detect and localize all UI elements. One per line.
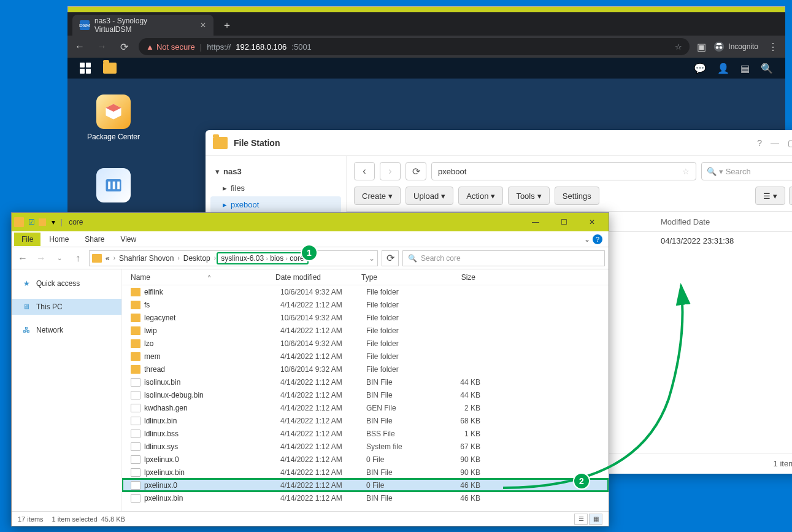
search-input[interactable]: 🔍 Search core (402, 250, 605, 266)
browser-tab[interactable]: DSM nas3 - Synology VirtualDSM ✕ (72, 15, 213, 36)
qat-dropdown-icon[interactable]: ▾ (48, 217, 58, 227)
omnibox[interactable]: ▲ Not secure | https://192.168.0.106:500… (139, 38, 690, 55)
list-item[interactable]: lzo10/6/2014 9:32 AMFile folder (122, 337, 609, 350)
path-refresh-button[interactable]: ⟳ (406, 162, 426, 180)
list-item[interactable]: mem4/14/2022 1:12 AMFile folder (122, 350, 609, 363)
star-icon[interactable]: ☆ (682, 167, 690, 176)
crumb-dropdown-icon[interactable]: ⌄ (369, 254, 375, 263)
tools-button[interactable]: Tools ▾ (508, 187, 549, 205)
col-date[interactable]: Date modified (275, 273, 361, 282)
tree-item-files[interactable]: ▸ files (210, 180, 341, 196)
svg-point-1 (716, 46, 719, 49)
desktop-icon-control[interactable] (86, 168, 141, 202)
path-input[interactable]: pxeboot☆ (431, 162, 696, 180)
close-icon[interactable]: ✕ (578, 213, 606, 231)
list-item[interactable]: lwip4/14/2022 1:12 AMFile folder (122, 324, 609, 337)
qat-icon[interactable]: ☑ (26, 217, 36, 227)
back-icon[interactable]: ← (72, 41, 87, 52)
col-type[interactable]: Type (361, 273, 435, 282)
sidebar-network[interactable]: 🖧Network (12, 322, 121, 338)
list-item[interactable]: ldlinux.bin4/14/2022 1:12 AMBIN File68 K… (122, 414, 609, 427)
list-item[interactable]: thread10/6/2014 9:32 AMFile folder (122, 363, 609, 376)
list-item[interactable]: pxelinux.bin4/14/2022 1:12 AMBIN File46 … (122, 492, 609, 504)
list-item[interactable]: lpxelinux.04/14/2022 1:12 AM0 File90 KB (122, 453, 609, 466)
tab-view[interactable]: View (113, 233, 144, 246)
minimize-icon[interactable]: — (771, 138, 779, 148)
list-item[interactable]: kwdhash.gen4/14/2022 1:12 AMGEN File2 KB (122, 401, 609, 414)
file-list: elflink10/6/2014 9:32 AMFile folderfs4/1… (122, 285, 609, 511)
list-item[interactable]: isolinux-debug.bin4/14/2022 1:12 AMBIN F… (122, 388, 609, 401)
panel-icon[interactable]: ▣ (697, 41, 706, 53)
menu-icon[interactable]: ⋮ (766, 41, 780, 53)
chevron-down-icon[interactable]: ⌄ (584, 235, 590, 244)
upload-button[interactable]: Upload ▾ (406, 187, 453, 205)
crumb-highlighted[interactable]: syslinux-6.03 › bios › core (217, 253, 307, 264)
crumb-desktop[interactable]: Desktop (181, 253, 213, 264)
sort-button[interactable]: ⇅ (789, 187, 792, 205)
incognito-label: Incognito (728, 42, 758, 51)
tree-root[interactable]: ▾ nas3 (210, 163, 341, 180)
folder-icon (92, 254, 102, 263)
app-launcher-icon[interactable] (80, 63, 91, 74)
view-list-button[interactable]: ☰ ▾ (755, 187, 785, 205)
status-selected: 1 item selected 45.8 KB (52, 515, 125, 523)
maximize-icon[interactable]: ☐ (550, 213, 578, 231)
sidebar-quick-access[interactable]: ★Quick access (12, 276, 121, 291)
breadcrumb[interactable]: «› Shahriar Shovon› Desktop› syslinux-6.… (89, 250, 378, 266)
sidebar-this-pc[interactable]: 🖥This PC (12, 299, 121, 315)
incognito-badge[interactable]: Incognito (713, 41, 758, 52)
view-icons-button[interactable]: ▦ (589, 514, 602, 525)
status-count: 17 items (18, 515, 44, 523)
security-badge[interactable]: ▲ Not secure (146, 42, 195, 52)
refresh-button[interactable]: ⟳ (382, 250, 399, 266)
reload-icon[interactable]: ⟳ (117, 41, 131, 53)
view-details-button[interactable]: ☰ (574, 514, 588, 525)
path-back-button[interactable]: ‹ (354, 162, 375, 180)
forward-icon[interactable]: → (94, 41, 109, 52)
create-button[interactable]: Create ▾ (354, 187, 401, 205)
settings-button[interactable]: Settings (555, 187, 599, 205)
folder-icon (14, 217, 24, 227)
list-item[interactable]: ldlinux.bss4/14/2022 1:12 AMBSS File1 KB (122, 427, 609, 440)
minimize-icon[interactable]: — (521, 213, 550, 231)
list-item[interactable]: pxelinux.04/14/2022 1:12 AM0 File46 KB (122, 479, 609, 492)
back-icon[interactable]: ← (15, 251, 30, 266)
col-date[interactable]: Modified Date (661, 217, 792, 226)
forward-icon[interactable]: → (34, 251, 48, 266)
tab-home[interactable]: Home (42, 233, 76, 246)
list-item[interactable]: elflink10/6/2014 9:32 AMFile folder (122, 285, 609, 298)
star-icon[interactable]: ☆ (675, 42, 682, 52)
up-icon[interactable]: ↑ (71, 251, 85, 266)
tab-share[interactable]: Share (77, 233, 112, 246)
tree-item-pxeboot[interactable]: ▸ pxeboot (210, 196, 341, 213)
crumb-user[interactable]: Shahriar Shovon (117, 253, 176, 264)
column-header[interactable]: Name^ Date modified Type Size (122, 269, 609, 285)
taskbar-filestation-icon[interactable] (103, 63, 117, 74)
help-icon[interactable]: ? (757, 138, 762, 148)
control-panel-icon (96, 168, 131, 202)
path-fwd-button[interactable]: › (380, 162, 401, 180)
search-input[interactable]: 🔍 ▾ Search (701, 162, 792, 180)
crumb-overflow[interactable]: « (103, 253, 112, 264)
help-icon[interactable]: ? (593, 234, 602, 244)
list-item[interactable]: legacynet10/6/2014 9:32 AMFile folder (122, 311, 609, 324)
list-item[interactable]: lpxelinux.bin4/14/2022 1:12 AMBIN File90… (122, 466, 609, 479)
action-button[interactable]: Action ▾ (458, 187, 503, 205)
list-item[interactable]: isolinux.bin4/14/2022 1:12 AMBIN File44 … (122, 376, 609, 388)
search-icon[interactable]: 🔍 (761, 63, 773, 74)
list-item[interactable]: fs4/14/2022 1:12 AMFile folder (122, 298, 609, 311)
widgets-icon[interactable]: ▤ (740, 63, 750, 74)
col-size[interactable]: Size (435, 273, 484, 282)
desktop-icon-package-center[interactable]: Package Center (86, 94, 141, 141)
incognito-icon (713, 41, 725, 52)
tab-close-icon[interactable]: ✕ (200, 21, 206, 29)
qat-icon[interactable] (39, 218, 46, 226)
new-tab-button[interactable]: ＋ (218, 17, 236, 34)
recent-icon[interactable]: ⌄ (52, 251, 67, 266)
maximize-icon[interactable]: ▢ (788, 138, 792, 148)
list-item[interactable]: ldlinux.sys4/14/2022 1:12 AMSystem file6… (122, 440, 609, 453)
col-name[interactable]: Name^ (122, 273, 275, 282)
chat-icon[interactable]: 💬 (694, 63, 706, 74)
tab-file[interactable]: File (14, 233, 40, 246)
user-icon[interactable]: 👤 (717, 63, 729, 74)
